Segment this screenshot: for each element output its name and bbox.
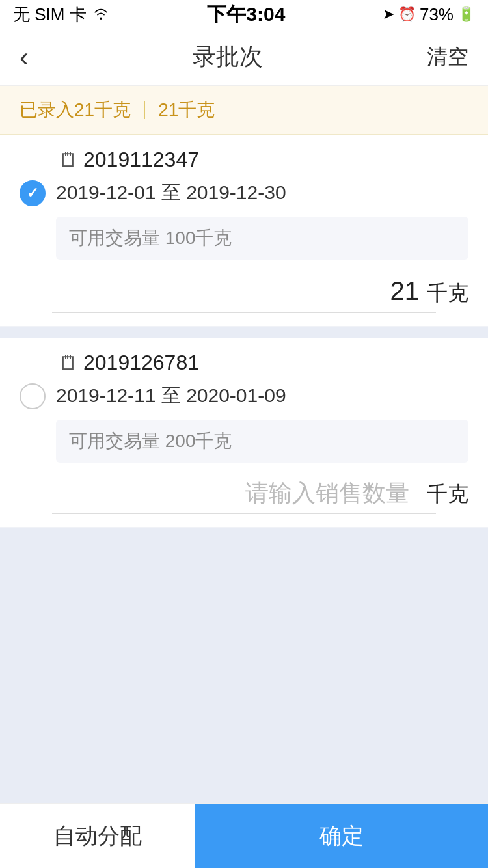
- quantity-input-row-2: 千克: [0, 473, 488, 509]
- batch-available-1: 可用交易量 100千克: [56, 217, 468, 260]
- alarm-icon: ⏰: [398, 6, 416, 23]
- back-button[interactable]: ‹: [20, 44, 29, 71]
- battery-icon: 🔋: [457, 6, 475, 23]
- radio-btn-1[interactable]: ✓: [20, 180, 46, 206]
- batch-id-icon-1: 🗒: [59, 149, 78, 171]
- status-bar: 无 SIM 卡 下午3:04 ➤ ⏰ 73% 🔋: [0, 0, 488, 29]
- status-icons: ➤ ⏰ 73% 🔋: [383, 5, 475, 25]
- section-divider: [0, 327, 488, 338]
- info-recorded-label: 已录入21千克: [20, 98, 131, 122]
- batch-id-icon-2: 🗒: [59, 352, 78, 374]
- battery-text: 73%: [420, 5, 454, 25]
- batch-item-1: 🗒 2019112347 ✓ 2019-12-01 至 2019-12-30 可…: [0, 135, 488, 326]
- radio-check-icon-1: ✓: [27, 185, 38, 202]
- quantity-row-1: 21 千克: [0, 270, 488, 308]
- batch-id-text-1: 2019112347: [83, 148, 199, 172]
- bottom-space: [0, 528, 488, 841]
- confirm-button[interactable]: 确定: [195, 804, 488, 868]
- wifi-icon: [92, 5, 110, 25]
- batch-date-text-2: 2019-12-11 至 2020-01-09: [56, 383, 286, 409]
- info-banner: 已录入21千克 21千克: [0, 86, 488, 135]
- batch-item-1-content: 🗒 2019112347 ✓ 2019-12-01 至 2019-12-30 可…: [0, 135, 488, 260]
- batch-date-row-2: 2019-12-11 至 2020-01-09: [20, 383, 468, 409]
- quantity-unit-1: 千克: [427, 279, 468, 308]
- carrier-text: 无 SIM 卡: [13, 3, 87, 26]
- batch-date-text-1: 2019-12-01 至 2019-12-30: [56, 180, 286, 206]
- batch-id-row-1: 🗒 2019112347: [59, 148, 468, 172]
- batch-item-2-content: 🗒 2019126781 2019-12-11 至 2020-01-09 可用交…: [0, 338, 488, 463]
- status-carrier: 无 SIM 卡: [13, 3, 110, 26]
- radio-btn-2[interactable]: [20, 383, 46, 409]
- info-value: 21千克: [158, 98, 215, 122]
- info-divider: [144, 101, 145, 119]
- batch-id-text-2: 2019126781: [83, 351, 199, 375]
- bottom-bar: 自动分配 确定: [0, 803, 488, 868]
- quantity-value-1: 21: [390, 277, 420, 306]
- batch-id-row-2: 🗒 2019126781: [59, 351, 468, 375]
- batch-item-2: 🗒 2019126781 2019-12-11 至 2020-01-09 可用交…: [0, 338, 488, 527]
- page-title: 录批次: [193, 41, 263, 73]
- quantity-input-2[interactable]: [224, 480, 419, 507]
- nav-bar: ‹ 录批次 清空: [0, 29, 488, 86]
- status-time: 下午3:04: [207, 1, 285, 28]
- batch-available-2: 可用交易量 200千克: [56, 420, 468, 463]
- batch-date-row-1: ✓ 2019-12-01 至 2019-12-30: [20, 180, 468, 206]
- auto-distribute-button[interactable]: 自动分配: [0, 804, 195, 868]
- location-icon: ➤: [383, 6, 394, 23]
- content-area: 🗒 2019112347 ✓ 2019-12-01 至 2019-12-30 可…: [0, 135, 488, 868]
- clear-button[interactable]: 清空: [427, 43, 468, 72]
- quantity-unit-2: 千克: [427, 480, 468, 509]
